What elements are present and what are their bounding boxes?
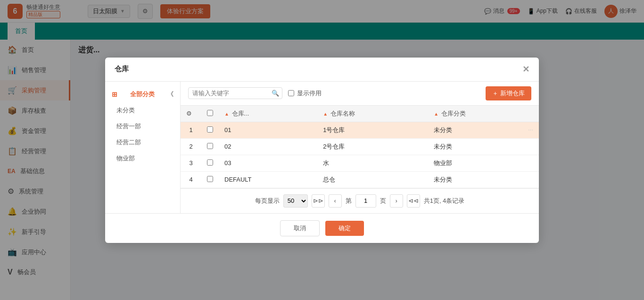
cell-category: 未分类··· [428,122,539,138]
category-item-unclassified[interactable]: 未分类 [105,102,180,118]
page-input[interactable] [355,194,376,208]
first-page-button[interactable]: ⊳⊳ [312,194,325,208]
row-checkbox[interactable] [207,126,213,133]
th-name: ▲ 仓库名称 [317,106,428,122]
page-label: 第 [346,197,352,205]
modal-header: 仓库 ✕ [105,58,539,82]
cell-code: 01 [219,122,317,138]
modal-body: ⊞ 全部分类 《 未分类 经营一部 经营二部 物业部 🔍 [105,82,539,213]
search-box: 🔍 [188,87,282,99]
table-row[interactable]: 3 03 水 物业部 [181,155,539,171]
cell-code: 03 [219,155,317,171]
cell-row-no: 2 [181,138,201,155]
cell-check[interactable] [201,138,219,155]
toolbar-left: 🔍 显示停用 [188,87,322,99]
pagination: 每页显示 50 100 200 ⊳⊳ ‹ 第 页 › ⊲⊲ 共1页, 4条记录 [181,188,539,213]
cell-category: 未分类 [428,171,539,188]
per-page-select[interactable]: 50 100 200 [283,194,308,208]
cell-row-no: 1 [181,122,201,138]
table-row[interactable]: 4 DEFAULT 总仓 未分类 [181,171,539,188]
category-header: ⊞ 全部分类 《 [105,86,180,102]
table-row[interactable]: 1 01 1号仓库 未分类··· [181,122,539,138]
cell-name: 总仓 [317,171,428,188]
th-code-label: 仓库... [232,110,249,117]
cell-name: 1号仓库 [317,122,428,138]
th-name-label: 仓库名称 [330,110,355,117]
select-all-checkbox[interactable] [207,110,213,116]
sort-code-icon: ▲ [224,111,229,117]
last-page-button[interactable]: ⊲⊲ [407,194,420,208]
search-input[interactable] [192,90,272,97]
show-disabled-label: 显示停用 [288,89,322,98]
table-toolbar: 🔍 显示停用 ＋ 新增仓库 [181,82,539,106]
table-scroll: ⚙ ▲ 仓库... ▲ 仓库名称 [181,106,539,188]
th-settings: ⚙ [181,106,201,122]
row-actions-icon[interactable]: ··· [528,126,533,133]
cell-category: 未分类 [428,138,539,155]
prev-page-button[interactable]: ‹ [329,194,342,208]
modal-footer: 取消 确定 [105,213,539,243]
add-warehouse-button[interactable]: ＋ 新增仓库 [486,86,531,100]
cell-code: 02 [219,138,317,155]
category-item-property[interactable]: 物业部 [105,150,180,167]
show-disabled-checkbox[interactable] [288,90,294,96]
category-item-ops2[interactable]: 经营二部 [105,134,180,150]
cell-row-no: 4 [181,171,201,188]
grid-icon: ⊞ [112,91,117,98]
cell-name: 水 [317,155,428,171]
warehouse-modal: 仓库 ✕ ⊞ 全部分类 《 未分类 经营一部 经营二部 物业部 [105,58,539,243]
cell-category: 物业部 [428,155,539,171]
row-checkbox[interactable] [207,143,213,149]
category-header-label: 全部分类 [130,90,155,99]
search-icon[interactable]: 🔍 [272,90,279,97]
table-area: 🔍 显示停用 ＋ 新增仓库 ⚙ [181,82,539,213]
cell-check[interactable] [201,122,219,138]
cell-name: 2号仓库 [317,138,428,155]
row-checkbox[interactable] [207,176,213,182]
cell-check[interactable] [201,171,219,188]
cell-code: DEFAULT [219,171,317,188]
modal-title: 仓库 [115,65,129,74]
category-item-ops1[interactable]: 经营一部 [105,118,180,134]
show-disabled-text: 显示停用 [297,89,322,98]
category-sidebar: ⊞ 全部分类 《 未分类 经营一部 经营二部 物业部 [105,82,181,213]
page-unit: 页 [380,197,386,205]
sort-name-icon: ▲ [323,111,328,117]
collapse-icon[interactable]: 《 [167,90,173,99]
th-category-label: 仓库分类 [441,110,466,117]
table-row[interactable]: 2 02 2号仓库 未分类 [181,138,539,155]
close-icon[interactable]: ✕ [522,64,529,75]
th-code: ▲ 仓库... [219,106,317,122]
next-page-button[interactable]: › [390,194,403,208]
warehouse-table: ⚙ ▲ 仓库... ▲ 仓库名称 [181,106,539,188]
th-check [201,106,219,122]
confirm-button[interactable]: 确定 [325,221,364,236]
cancel-button[interactable]: 取消 [280,220,320,236]
modal-overlay: 仓库 ✕ ⊞ 全部分类 《 未分类 经营一部 经营二部 物业部 [0,0,644,300]
sort-cat-icon: ▲ [434,111,438,117]
th-category: ▲ 仓库分类 [428,106,539,122]
cell-check[interactable] [201,155,219,171]
row-checkbox[interactable] [207,159,213,166]
total-info: 共1页, 4条记录 [424,197,465,205]
per-page-label: 每页显示 [255,197,280,205]
cell-row-no: 3 [181,155,201,171]
